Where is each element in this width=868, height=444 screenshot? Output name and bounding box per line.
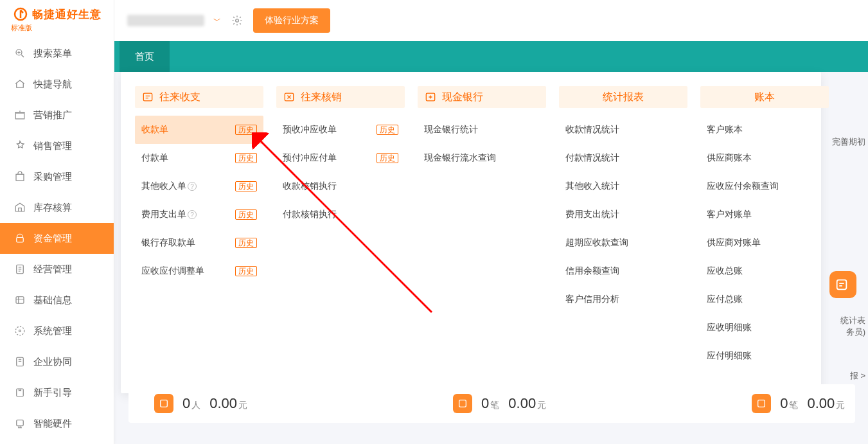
mega-item[interactable]: 应收应付调整单历史 <box>135 257 263 285</box>
marketing-icon <box>14 109 26 121</box>
stat-amount: 0.00元 <box>508 395 546 412</box>
mega-item[interactable]: 供应商账本 <box>700 144 829 172</box>
mega-item[interactable]: 预收冲应收单历史 <box>276 116 405 144</box>
help-icon[interactable]: ? <box>188 182 197 191</box>
sidebar-item-label: 销售管理 <box>33 140 72 152</box>
mega-item[interactable]: 付款情况统计 <box>559 144 687 172</box>
mega-col-title: 往来核销 <box>301 91 342 104</box>
quicknav-icon <box>14 78 26 90</box>
sidebar-item-hardware[interactable]: 智能硬件 <box>0 408 114 439</box>
mega-item[interactable]: 预付冲应付单历史 <box>276 144 405 172</box>
sidebar-item-system[interactable]: 系统管理 <box>0 315 114 346</box>
mega-item-label: 应付明细账 <box>707 350 752 362</box>
mega-item[interactable]: 费用支出统计 <box>559 200 687 229</box>
sidebar-item-base[interactable]: 基础信息 <box>0 285 114 315</box>
sidebar-nav: 搜索菜单快捷导航营销推广销售管理采购管理库存核算资金管理经营管理基础信息系统管理… <box>0 38 114 439</box>
stat-amount: 0.00元 <box>209 395 247 412</box>
sidebar-item-biz[interactable]: 经营管理 <box>0 254 114 285</box>
industry-plan-button[interactable]: 体验行业方案 <box>253 8 330 33</box>
svg-point-7 <box>15 326 24 335</box>
mega-item-label: 其他收入单? <box>141 181 197 192</box>
chevron-down-icon: ﹀ <box>213 15 221 26</box>
help-icon[interactable]: ? <box>188 210 197 219</box>
right-text-4[interactable]: 报 > <box>823 370 868 382</box>
history-badge[interactable]: 历史 <box>235 266 257 276</box>
mega-col-header: 往来核销 <box>276 86 405 108</box>
history-badge[interactable]: 历史 <box>235 125 257 135</box>
mega-item-label: 付款核销执行 <box>283 209 337 220</box>
base-icon <box>14 294 26 306</box>
mega-item-label: 付款情况统计 <box>565 152 619 164</box>
sidebar-item-marketing[interactable]: 营销推广 <box>0 100 114 130</box>
svg-rect-6 <box>16 297 24 304</box>
mega-item-label: 供应商对账单 <box>707 237 761 249</box>
sidebar-item-label: 新手引导 <box>33 387 72 399</box>
mega-item[interactable]: 其他收入单?历史 <box>135 172 263 200</box>
biz-icon <box>14 263 26 275</box>
sidebar-item-collab[interactable]: 企业协同 <box>0 346 114 377</box>
mega-item[interactable]: 其他收入统计 <box>559 172 687 200</box>
svg-rect-9 <box>17 357 24 366</box>
mega-item[interactable]: 应收应付余额查询 <box>700 172 829 200</box>
svg-rect-19 <box>758 400 765 407</box>
sidebar-item-label: 经营管理 <box>33 263 72 276</box>
sidebar-item-guide[interactable]: 新手引导 <box>0 377 114 408</box>
sidebar-item-purchase[interactable]: 采购管理 <box>0 161 114 192</box>
mega-item[interactable]: 付款单历史 <box>135 144 263 172</box>
mega-item-label: 收款核销执行 <box>283 181 337 192</box>
history-badge[interactable]: 历史 <box>235 209 257 220</box>
stat-count: 0笔 <box>780 395 798 412</box>
mega-item[interactable]: 信用余额查询 <box>559 257 687 285</box>
mega-item[interactable]: 收款情况统计 <box>559 116 687 144</box>
sidebar-item-quicknav[interactable]: 快捷导航 <box>0 69 114 100</box>
mega-item[interactable]: 现金银行统计 <box>418 116 546 144</box>
mega-item[interactable]: 应收总账 <box>700 257 829 285</box>
sidebar-item-sales[interactable]: 销售管理 <box>0 130 114 161</box>
mega-item[interactable]: 应收明细账 <box>700 314 829 342</box>
mega-item[interactable]: 付款核销执行 <box>276 200 405 229</box>
sidebar: 畅捷通好生意 标准版 搜索菜单快捷导航营销推广销售管理采购管理库存核算资金管理经… <box>0 0 114 444</box>
sidebar-item-funds[interactable]: 资金管理 <box>0 223 114 254</box>
mega-item-label: 超期应收款查询 <box>565 237 628 249</box>
mega-item[interactable]: 收款单历史 <box>135 116 263 144</box>
settings-button[interactable] <box>231 15 243 26</box>
history-badge[interactable]: 历史 <box>235 153 257 163</box>
mega-item-label: 银行存取款单 <box>141 237 195 249</box>
history-badge[interactable]: 历史 <box>235 181 257 191</box>
mega-item[interactable]: 费用支出单?历史 <box>135 200 263 229</box>
mega-col-3: 统计报表收款情况统计付款情况统计其他收入统计费用支出统计超期应收款查询信用余额查… <box>559 86 687 387</box>
mega-col-title: 现金银行 <box>442 91 483 104</box>
stat-block-1: 0笔0.00元 <box>453 394 546 413</box>
tab-home[interactable]: 首页 <box>120 41 170 72</box>
stat-block-2: 0笔0.00元 <box>752 394 845 413</box>
history-badge[interactable]: 历史 <box>235 238 257 248</box>
mega-item[interactable]: 客户对账单 <box>700 200 829 229</box>
header: ﹀ 体验行业方案 <box>114 0 868 41</box>
mega-item[interactable]: 客户账本 <box>700 116 829 144</box>
mega-col-title: 往来收支 <box>159 91 200 104</box>
sidebar-item-label: 企业协同 <box>33 356 72 368</box>
history-badge[interactable]: 历史 <box>376 125 398 135</box>
mega-item-label: 现金银行统计 <box>424 124 478 136</box>
mega-col-header: 统计报表 <box>559 86 687 108</box>
history-badge[interactable]: 历史 <box>376 153 398 163</box>
sidebar-item-inventory[interactable]: 库存核算 <box>0 192 114 223</box>
mega-col-1: 往来核销预收冲应收单历史预付冲应付单历史收款核销执行付款核销执行 <box>276 86 405 387</box>
org-selector[interactable]: ﹀ <box>127 15 221 26</box>
mega-item[interactable]: 超期应收款查询 <box>559 229 687 257</box>
mega-item[interactable]: 应付总账 <box>700 285 829 314</box>
mega-item[interactable]: 供应商对账单 <box>700 229 829 257</box>
svg-point-8 <box>19 330 21 332</box>
mega-item[interactable]: 收款核销执行 <box>276 172 405 200</box>
mega-item[interactable]: 客户信用分析 <box>559 285 687 314</box>
inventory-icon <box>14 202 26 213</box>
mega-item[interactable]: 银行存取款单历史 <box>135 229 263 257</box>
mega-item[interactable]: 现金银行流水查询 <box>418 144 546 172</box>
right-badge-icon[interactable] <box>829 271 856 298</box>
page-tabs: 首页 <box>114 41 868 72</box>
sidebar-item-search[interactable]: 搜索菜单 <box>0 38 114 69</box>
mega-item[interactable]: 应付明细账 <box>700 342 829 370</box>
stat-count: 0人 <box>182 395 200 412</box>
svg-rect-11 <box>17 420 24 426</box>
mega-item-label: 收款单 <box>141 124 168 136</box>
